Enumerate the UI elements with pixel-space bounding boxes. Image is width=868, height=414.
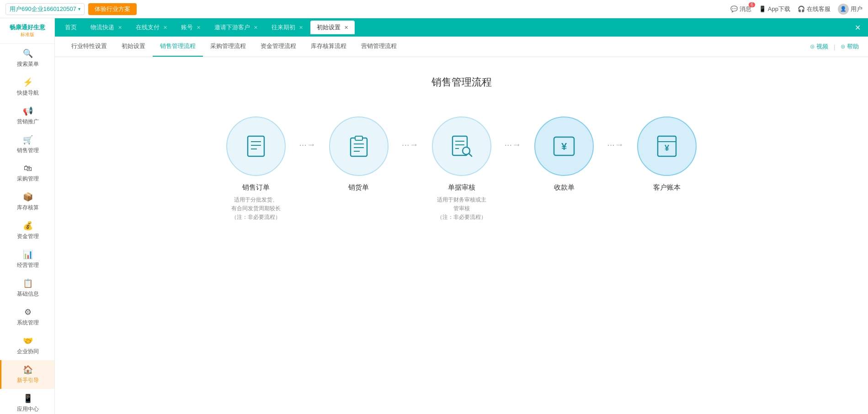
sub-tab-initial[interactable]: 初始设置 [114, 37, 153, 57]
sidebar-label: 营销推广 [17, 118, 39, 126]
sidebar-item-new-guide[interactable]: 🏠新手引导 [0, 360, 54, 389]
flow-step-name: 销货单 [348, 183, 369, 192]
sidebar-item-purchase[interactable]: 🛍采购管理 [0, 159, 54, 187]
sidebar-label: 企业协同 [17, 348, 39, 356]
sidebar-menu: 🔍搜索菜单⚡快捷导航📢营销推广🛒销售管理🛍采购管理📦库存核算💰资金管理📊经营管理… [0, 44, 54, 414]
sub-tab-inventory-flow[interactable]: 库存核算流程 [304, 37, 354, 57]
sidebar-item-system[interactable]: ⚙系统管理 [0, 303, 54, 331]
sidebar-label: 搜索菜单 [17, 60, 39, 68]
trial-button[interactable]: 体验行业方案 [88, 3, 137, 15]
nav-tab-logistics[interactable]: 物流快递✕ [84, 21, 128, 34]
sidebar-label: 新手引导 [17, 377, 39, 384]
sidebar-item-basic-info[interactable]: 📋基础信息 [0, 274, 54, 303]
sidebar-label: 快捷导航 [17, 89, 39, 97]
close-all-tabs[interactable]: ✕ [851, 21, 864, 34]
top-bar: 用户690企业1660120507 ▾ 体验行业方案 💬 消息 6 📱 App下… [0, 0, 868, 18]
top-bar-left: 用户690企业1660120507 ▾ 体验行业方案 [5, 3, 137, 15]
nav-tabs: 首页物流快递✕在线支付✕账号✕邀请下游客户✕往来期初✕初始设置✕✕ [55, 18, 868, 37]
nav-tab-label: 初始设置 [317, 23, 341, 32]
online-service-item[interactable]: 🎧 在线客服 [798, 5, 831, 13]
flow-arrow: ···→ [297, 117, 318, 150]
headset-icon: 🎧 [798, 5, 805, 12]
nav-tab-label: 在线支付 [136, 23, 160, 32]
flow-circle: ¥ [534, 117, 594, 176]
sub-tab-finance-flow[interactable]: 资金管理流程 [253, 37, 304, 57]
logo-title: 畅康通好生意 [4, 24, 51, 32]
flow-step-name: 单据审核 [448, 183, 475, 192]
close-icon[interactable]: ✕ [254, 25, 258, 31]
sidebar: 畅康通好生意 标准版 🔍搜索菜单⚡快捷导航📢营销推广🛒销售管理🛍采购管理📦库存核… [0, 18, 55, 414]
close-icon[interactable]: ✕ [197, 25, 201, 31]
nav-tab-payment[interactable]: 在线支付✕ [129, 21, 174, 34]
sub-tab-purchase-flow[interactable]: 采购管理流程 [203, 37, 253, 57]
sub-tab-sales-flow[interactable]: 销售管理流程 [153, 37, 203, 57]
close-icon[interactable]: ✕ [118, 25, 122, 31]
quick-nav-icon: ⚡ [23, 77, 33, 87]
nav-tab-account[interactable]: 账号✕ [175, 21, 207, 34]
sidebar-item-inventory[interactable]: 📦库存核算 [0, 187, 54, 216]
close-icon[interactable]: ✕ [299, 25, 303, 31]
sidebar-label: 基础信息 [17, 290, 39, 298]
sidebar-item-enterprise-coop[interactable]: 🤝企业协同 [0, 331, 54, 360]
sales-icon: 🛒 [23, 135, 33, 145]
sidebar-item-sales[interactable]: 🛒销售管理 [0, 130, 54, 159]
logo-subtitle: 标准版 [4, 32, 51, 38]
arrow-icon: ···→ [607, 139, 624, 150]
messages-item[interactable]: 💬 消息 6 [730, 5, 751, 13]
sub-tab-industry[interactable]: 行业特性设置 [64, 37, 114, 57]
new-guide-icon: 🏠 [23, 365, 33, 375]
logo-area[interactable]: 畅康通好生意 标准版 [0, 18, 54, 44]
sidebar-item-app-center[interactable]: 📱应用中心 [0, 389, 54, 414]
operations-icon: 📊 [23, 249, 33, 260]
flow-item-audit[interactable]: 单据审核 适用于财务审核或主管审核（注：非必要流程） [421, 117, 503, 222]
nav-tab-init-settings[interactable]: 初始设置✕ [310, 21, 355, 34]
flow-desc: 适用于分批发货、有合同发货周期较长（注：非必要流程） [231, 196, 281, 222]
finance-icon: 💰 [23, 221, 33, 231]
purchase-icon: 🛍 [24, 164, 32, 173]
sidebar-item-marketing[interactable]: 📢营销推广 [0, 101, 54, 130]
flow-circle: ¥ [637, 117, 697, 176]
sidebar-item-quick-nav[interactable]: ⚡快捷导航 [0, 73, 54, 101]
flow-arrow: ···→ [605, 117, 626, 150]
svg-rect-0 [248, 136, 264, 156]
flow-arrow: ···→ [400, 117, 421, 150]
system-icon: ⚙ [24, 307, 32, 317]
help-link[interactable]: ⊙ 帮助 [841, 42, 859, 51]
nav-tab-home[interactable]: 首页 [59, 21, 83, 34]
flow-item-sales-invoice[interactable]: 销货单 [318, 117, 400, 196]
flow-circle [226, 117, 286, 176]
flow-item-customer-ledger[interactable]: ¥ 客户账本 [626, 117, 708, 196]
video-link[interactable]: ⊙ 视频 [810, 42, 828, 51]
nav-tab-period[interactable]: 往来期初✕ [265, 21, 309, 34]
sub-tabs: 行业特性设置初始设置销售管理流程采购管理流程资金管理流程库存核算流程营销管理流程… [55, 37, 868, 57]
sidebar-item-search[interactable]: 🔍搜索菜单 [0, 44, 54, 73]
flow-step-name: 客户账本 [653, 183, 681, 192]
app-center-icon: 📱 [23, 393, 33, 403]
app-icon: 📱 [759, 5, 766, 12]
flow-item-receipt[interactable]: ¥ 收款单 [523, 117, 605, 196]
chevron-down-icon: ▾ [78, 6, 80, 11]
arrow-icon: ···→ [299, 139, 316, 150]
flow-desc: 适用于财务审核或主管审核（注：非必要流程） [437, 196, 486, 222]
nav-tab-label: 物流快递 [91, 23, 114, 32]
sidebar-label: 库存核算 [17, 204, 39, 212]
app-download-item[interactable]: 📱 App下载 [759, 5, 790, 13]
close-icon[interactable]: ✕ [163, 25, 167, 31]
nav-tab-label: 账号 [181, 23, 193, 32]
close-icon[interactable]: ✕ [344, 25, 348, 31]
flow-item-sales-order[interactable]: 销售订单 适用于分批发货、有合同发货周期较长（注：非必要流程） [215, 117, 297, 222]
flow-step-name: 收款单 [554, 183, 575, 192]
sidebar-item-finance[interactable]: 💰资金管理 [0, 216, 54, 245]
user-selector[interactable]: 用户690企业1660120507 ▾ [5, 3, 85, 15]
arrow-icon: ···→ [505, 139, 522, 150]
sidebar-label: 应用中心 [17, 405, 39, 413]
nav-tab-invite[interactable]: 邀请下游客户✕ [208, 21, 264, 34]
sub-tab-marketing-flow[interactable]: 营销管理流程 [354, 37, 404, 57]
sidebar-label: 资金管理 [17, 233, 39, 240]
page-content: 行业特性设置初始设置销售管理流程采购管理流程资金管理流程库存核算流程营销管理流程… [55, 37, 868, 414]
sidebar-item-operations[interactable]: 📊经营管理 [0, 245, 54, 274]
user-avatar-item[interactable]: 👤 用户 [838, 4, 863, 15]
flow-step-name: 销售订单 [242, 183, 270, 192]
arrow-icon: ···→ [402, 139, 419, 150]
sub-tab-help: ⊙ 视频|⊙ 帮助 [810, 42, 859, 51]
